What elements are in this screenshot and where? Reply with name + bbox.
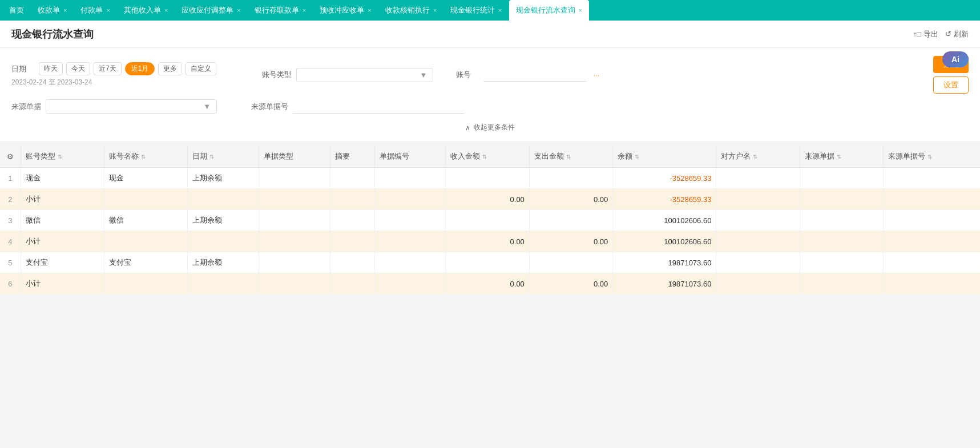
close-icon[interactable]: × (498, 7, 502, 14)
account-input[interactable] (483, 68, 586, 82)
account-label: 账号 (456, 70, 479, 80)
sort-icon: ⇅ (209, 154, 214, 160)
th-source-doc-no[interactable]: 来源单据号⇅ (884, 146, 980, 168)
th-expense[interactable]: 支出金额⇅ (529, 146, 612, 168)
cell-source-doc (800, 189, 883, 210)
cell-account-name: 支付宝 (104, 252, 187, 273)
cell-expense: 0.00 (529, 273, 612, 294)
ai-button[interactable]: Ai (942, 51, 969, 67)
source-doc-no-filter: 来源单据号 (251, 100, 464, 114)
nav-flow-query[interactable]: 现金银行流水查询 × (509, 0, 589, 21)
cell-summary (330, 252, 374, 273)
close-icon[interactable]: × (579, 7, 582, 14)
cell-balance: 19871073.60 (613, 252, 716, 273)
cell-income (446, 168, 529, 189)
date-filter: 日期 昨天 今天 近7天 近1月 更多 自定义 2023-02-24 至 202… (11, 62, 216, 87)
cell-counterpart (716, 252, 800, 273)
sort-icon: ⇅ (635, 154, 639, 160)
nav-receipt[interactable]: 收款单 × (31, 0, 74, 21)
nav-adjustment[interactable]: 应收应付调整单 × (175, 0, 247, 21)
date-1month[interactable]: 近1月 (125, 62, 155, 75)
date-yesterday[interactable]: 昨天 (39, 62, 63, 75)
close-icon[interactable]: × (433, 7, 437, 14)
nav-other-income[interactable]: 其他收入单 × (117, 0, 175, 21)
cell-source-doc (800, 252, 883, 273)
nav-bank-deposit[interactable]: 银行存取款单 × (248, 0, 313, 21)
table-container: ⚙ 账号类型⇅ 账号名称⇅ 日期⇅ 单据类型 摘要 单据编号 (0, 146, 980, 294)
th-account-name[interactable]: 账号名称⇅ (104, 146, 187, 168)
cell-source-doc-no (884, 252, 980, 273)
cell-expense (529, 252, 612, 273)
cell-account-name (104, 231, 187, 252)
export-button[interactable]: ↑□ 导出 (913, 29, 938, 39)
cell-doc-type (259, 210, 330, 231)
cell-doc-no (374, 168, 446, 189)
account-type-select[interactable]: ▼ (296, 68, 433, 82)
source-doc-no-label: 来源单据号 (251, 102, 288, 112)
th-source-doc[interactable]: 来源单据⇅ (800, 146, 883, 168)
date-buttons: 昨天 今天 近7天 近1月 更多 自定义 (39, 62, 216, 75)
close-icon[interactable]: × (368, 7, 371, 14)
date-label: 日期 (11, 64, 34, 74)
filter-row-1: 日期 昨天 今天 近7天 近1月 更多 自定义 2023-02-24 至 202… (11, 56, 969, 94)
cell-doc-type (259, 273, 330, 294)
cell-doc-type (259, 252, 330, 273)
page-title: 现金银行流水查询 (11, 27, 94, 41)
cell-balance: 19871073.60 (613, 273, 716, 294)
close-icon[interactable]: × (303, 7, 306, 14)
th-account-type[interactable]: 账号类型⇅ (21, 146, 104, 168)
sort-icon: ⇅ (753, 154, 757, 160)
chevron-down-icon: ▼ (420, 71, 428, 79)
th-doc-type: 单据类型 (259, 146, 330, 168)
cell-source-doc (800, 273, 883, 294)
cell-income (446, 210, 529, 231)
data-table: ⚙ 账号类型⇅ 账号名称⇅ 日期⇅ 单据类型 摘要 单据编号 (0, 146, 980, 294)
cell-counterpart (716, 210, 800, 231)
th-date[interactable]: 日期⇅ (188, 146, 259, 168)
sort-icon: ⇅ (566, 154, 571, 160)
row-number: 6 (0, 273, 21, 294)
close-icon[interactable]: × (237, 7, 240, 14)
refresh-icon: ↺ (945, 30, 951, 38)
date-today[interactable]: 今天 (66, 62, 90, 75)
th-balance[interactable]: 余额⇅ (613, 146, 716, 168)
cell-doc-no (374, 252, 446, 273)
close-icon[interactable]: × (164, 7, 168, 14)
cell-summary (330, 189, 374, 210)
cell-doc-no (374, 231, 446, 252)
cell-doc-no (374, 189, 446, 210)
cell-balance: 100102606.60 (613, 210, 716, 231)
date-7days[interactable]: 近7天 (94, 62, 122, 75)
refresh-button[interactable]: ↺ 刷新 (945, 29, 969, 39)
nav-payment[interactable]: 付款单 × (74, 0, 116, 21)
top-nav: 首页 收款单 × 付款单 × 其他收入单 × 应收应付调整单 × 银行存取款单 … (0, 0, 980, 21)
account-filter: 账号 ··· (456, 68, 602, 82)
cell-summary (330, 210, 374, 231)
nav-stats[interactable]: 现金银行统计 × (443, 0, 509, 21)
row-number: 2 (0, 189, 21, 210)
row-number: 5 (0, 252, 21, 273)
row-number: 3 (0, 210, 21, 231)
th-settings[interactable]: ⚙ (0, 146, 21, 168)
nav-prepay[interactable]: 预收冲应收单 × (313, 0, 378, 21)
th-counterpart[interactable]: 对方户名⇅ (716, 146, 800, 168)
source-doc-select[interactable]: ▼ (46, 99, 217, 114)
row-number: 4 (0, 231, 21, 252)
cell-summary (330, 168, 374, 189)
cell-doc-type (259, 231, 330, 252)
close-icon[interactable]: × (106, 7, 110, 14)
nav-home[interactable]: 首页 (2, 0, 31, 21)
date-more[interactable]: 更多 (158, 62, 182, 75)
settings-button[interactable]: 设置 (933, 76, 969, 94)
collapse-bar[interactable]: ∧ 收起更多条件 (11, 119, 969, 134)
cell-date: 上期余额 (188, 252, 259, 273)
source-doc-no-input[interactable] (293, 100, 464, 114)
filter-row-2: 来源单据 ▼ 来源单据号 (11, 99, 969, 114)
date-custom[interactable]: 自定义 (185, 62, 216, 75)
cell-source-doc-no (884, 210, 980, 231)
close-icon[interactable]: × (63, 7, 67, 14)
nav-verify[interactable]: 收款核销执行 × (378, 0, 443, 21)
cell-summary (330, 273, 374, 294)
ellipsis-icon[interactable]: ··· (591, 68, 602, 82)
th-income[interactable]: 收入金额⇅ (446, 146, 529, 168)
